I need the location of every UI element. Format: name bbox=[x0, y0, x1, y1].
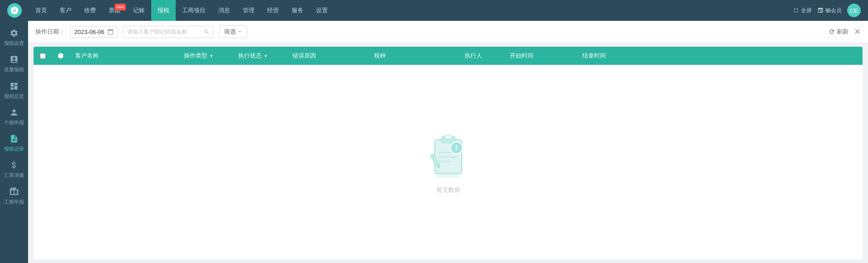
sidebar-label-tax-record: 报税记录 bbox=[4, 146, 24, 152]
svg-point-11 bbox=[436, 174, 461, 178]
nav-invoice[interactable]: 票据 new bbox=[102, 0, 127, 21]
close-button[interactable]: ✕ bbox=[854, 28, 861, 36]
th-customer-name: 客户名称 bbox=[70, 48, 178, 63]
search-input[interactable]: 请输入客户助记码或名称 bbox=[123, 26, 214, 38]
sidebar-label-tax-settings: 报税设置 bbox=[4, 40, 24, 46]
sidebar-item-tax-settings[interactable]: 报税设置 bbox=[0, 24, 28, 50]
th-operation-type: 操作类型 ▼ bbox=[178, 48, 233, 63]
record-icon bbox=[9, 134, 19, 144]
main-layout: 报税设置 批量报税 报税总览 个税申报 bbox=[0, 21, 868, 263]
main-content: 操作日期： 2023-06-06 请输入客户助记码或名称 筛选 bbox=[28, 21, 868, 263]
annual-icon bbox=[9, 187, 19, 197]
sort-icon-status[interactable]: ▼ bbox=[264, 54, 268, 58]
refresh-label: 刷新 bbox=[837, 28, 849, 36]
th-executor: 执行人 bbox=[459, 48, 504, 63]
top-nav: 首页 客户 收费 票据 new 记账 报税 工商项目 消息 管理 经营 服务 设… bbox=[0, 0, 868, 21]
th-execution-status: 执行状态 ▼ bbox=[233, 48, 287, 63]
person-tax-icon bbox=[9, 107, 19, 117]
overview-icon bbox=[9, 81, 19, 91]
nav-manage[interactable]: 管理 bbox=[236, 0, 261, 21]
new-badge: new bbox=[115, 4, 126, 10]
empty-text: 暂无数据 bbox=[436, 186, 460, 194]
svg-rect-2 bbox=[445, 135, 452, 139]
sidebar: 报税设置 批量报税 报税总览 个税申报 bbox=[0, 21, 28, 263]
sidebar-item-batch-tax[interactable]: 批量报税 bbox=[0, 51, 28, 76]
sidebar-label-batch-tax: 批量报税 bbox=[4, 66, 24, 73]
table-wrapper: 客户名称 操作类型 ▼ 执行状态 ▼ 错误原因 税种 执行人 bbox=[34, 47, 863, 259]
date-input[interactable]: 2023-06-06 bbox=[70, 26, 118, 38]
batch-icon bbox=[9, 54, 19, 64]
table-body-empty: ! 暂无数据 bbox=[34, 65, 863, 259]
th-checkbox[interactable] bbox=[34, 49, 52, 63]
svg-text:!: ! bbox=[455, 144, 457, 152]
nav-settings[interactable]: 设置 bbox=[310, 0, 334, 21]
sidebar-item-tax-record[interactable]: 报税记录 bbox=[0, 130, 28, 156]
nav-tax[interactable]: 报税 bbox=[151, 0, 176, 21]
th-settings bbox=[52, 49, 70, 63]
filter-label: 筛选 bbox=[224, 28, 236, 36]
th-error-reason: 错误原因 bbox=[287, 48, 369, 63]
sidebar-item-tax-overview[interactable]: 报税总览 bbox=[0, 78, 28, 103]
refresh-button[interactable]: 刷新 bbox=[829, 28, 849, 36]
nav-business[interactable]: 工商项目 bbox=[176, 0, 212, 21]
settings-icon bbox=[9, 28, 19, 38]
search-placeholder: 请输入客户助记码或名称 bbox=[127, 28, 187, 36]
sidebar-label-personal-tax: 个税申报 bbox=[4, 119, 24, 126]
fullscreen-label: 全屏 bbox=[801, 7, 812, 15]
nav-service[interactable]: 服务 bbox=[285, 0, 310, 21]
avatar[interactable]: CE bbox=[847, 4, 861, 17]
sidebar-label-annual-report: 工商年报 bbox=[4, 199, 24, 205]
date-value: 2023-06-06 bbox=[74, 29, 105, 35]
right-controls: 全屏 畅会员 CE bbox=[793, 4, 861, 17]
nav-operation[interactable]: 经营 bbox=[261, 0, 285, 21]
nav-bookkeeping[interactable]: 记账 bbox=[127, 0, 151, 21]
th-end-time: 结束时间 bbox=[577, 48, 631, 63]
sidebar-item-personal-tax[interactable]: 个税申报 bbox=[0, 104, 28, 129]
filter-button[interactable]: 筛选 bbox=[219, 25, 247, 38]
select-all-checkbox[interactable] bbox=[40, 53, 46, 59]
sidebar-label-settlement: 汇算清缴 bbox=[4, 172, 24, 178]
table-header: 客户名称 操作类型 ▼ 执行状态 ▼ 错误原因 税种 执行人 bbox=[34, 47, 863, 65]
date-label: 操作日期： bbox=[35, 28, 65, 36]
nav-fee[interactable]: 收费 bbox=[78, 0, 102, 21]
th-start-time: 开始时间 bbox=[504, 48, 577, 63]
toolbar: 操作日期： 2023-06-06 请输入客户助记码或名称 筛选 bbox=[28, 21, 868, 43]
empty-illustration: ! bbox=[426, 131, 471, 180]
nav-message[interactable]: 消息 bbox=[212, 0, 236, 21]
nav-items: 首页 客户 收费 票据 new 记账 报税 工商项目 消息 管理 经营 服务 设… bbox=[29, 0, 793, 21]
sidebar-item-settlement[interactable]: 汇算清缴 bbox=[0, 156, 28, 182]
sort-icon-operation[interactable]: ▼ bbox=[209, 54, 214, 58]
app-logo[interactable] bbox=[7, 3, 22, 18]
member-label: 畅会员 bbox=[825, 7, 842, 15]
nav-home[interactable]: 首页 bbox=[29, 0, 53, 21]
member-button[interactable]: 畅会员 bbox=[817, 7, 842, 15]
settlement-icon bbox=[9, 160, 19, 170]
nav-customer[interactable]: 客户 bbox=[53, 0, 78, 21]
fullscreen-button[interactable]: 全屏 bbox=[793, 7, 812, 15]
sidebar-label-tax-overview: 报税总览 bbox=[4, 93, 24, 99]
th-tax-type: 税种 bbox=[369, 48, 459, 63]
sidebar-item-annual-report[interactable]: 工商年报 bbox=[0, 183, 28, 209]
